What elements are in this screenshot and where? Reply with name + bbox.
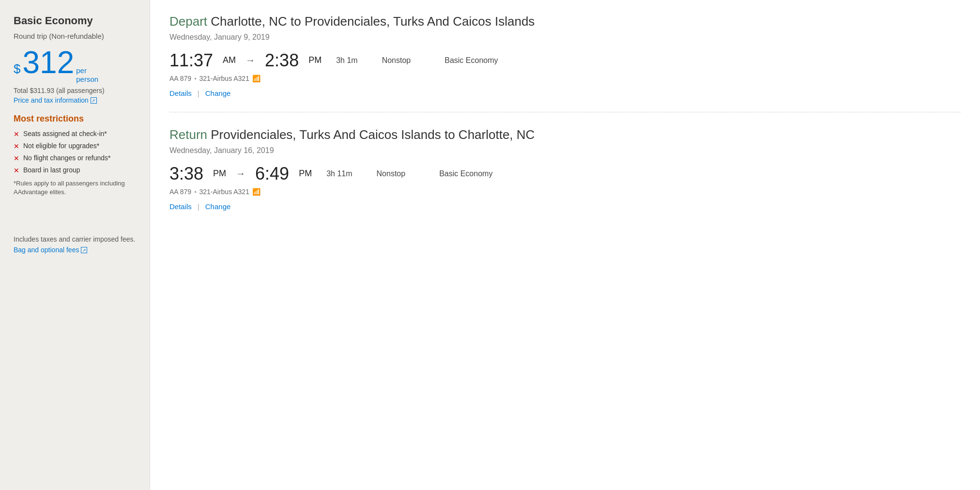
depart-flight-number: AA 879 bbox=[169, 75, 191, 82]
external-link-icon: ↗ bbox=[91, 97, 97, 104]
bag-fees-link[interactable]: Bag and optional fees ↗ bbox=[14, 246, 136, 254]
return-details-link[interactable]: Details bbox=[169, 202, 192, 211]
restriction-list: ✕ Seats assigned at check-in* ✕ Not elig… bbox=[14, 130, 136, 174]
depart-section: Depart Charlotte, NC to Providenciales, … bbox=[169, 14, 961, 97]
list-item: ✕ Board in last group bbox=[14, 166, 136, 174]
return-aircraft: 321-Airbus A321 bbox=[199, 188, 249, 196]
depart-date: Wednesday, January 9, 2019 bbox=[169, 33, 961, 42]
return-arrive-time: 6:49 bbox=[255, 164, 289, 184]
price-per: perperson bbox=[76, 66, 98, 84]
sidebar-subtitle: Round trip (Non-refundable) bbox=[14, 32, 136, 40]
wifi-icon: 📶 bbox=[252, 75, 260, 82]
dot-separator: ▪ bbox=[194, 188, 196, 195]
depart-details-link[interactable]: Details bbox=[169, 89, 192, 97]
restriction-item-4: Board in last group bbox=[23, 166, 80, 174]
price-dollar: $ bbox=[14, 61, 20, 77]
return-route: Return Providenciales, Turks And Caicos … bbox=[169, 127, 961, 143]
return-arrive-period: PM bbox=[299, 168, 312, 179]
depart-times-row: 11:37 AM → 2:38 PM 3h 1m Nonstop Basic E… bbox=[169, 50, 961, 71]
return-change-link[interactable]: Change bbox=[205, 202, 231, 211]
return-nonstop: Nonstop bbox=[377, 169, 406, 178]
arrow-icon: → bbox=[245, 55, 255, 66]
depart-label: Depart bbox=[169, 14, 207, 29]
depart-details-row: AA 879 ▪ 321-Airbus A321 📶 bbox=[169, 75, 961, 82]
main-content: Depart Charlotte, NC to Providenciales, … bbox=[150, 0, 980, 490]
restriction-x-icon: ✕ bbox=[14, 167, 19, 174]
return-times-row: 3:38 PM → 6:49 PM 3h 11m Nonstop Basic E… bbox=[169, 164, 961, 184]
external-link-icon: ↗ bbox=[81, 247, 87, 253]
wifi-icon: 📶 bbox=[252, 188, 260, 196]
restriction-note: *Rules apply to all passengers including… bbox=[14, 179, 136, 197]
return-duration: 3h 11m bbox=[326, 169, 352, 178]
return-depart-time: 3:38 bbox=[169, 164, 203, 184]
list-item: ✕ No flight changes or refunds* bbox=[14, 154, 136, 162]
restriction-x-icon: ✕ bbox=[14, 142, 19, 150]
return-date: Wednesday, January 16, 2019 bbox=[169, 146, 961, 155]
list-item: ✕ Not eligible for upgrades* bbox=[14, 142, 136, 150]
return-links-row: Details | Change bbox=[169, 202, 961, 211]
list-item: ✕ Seats assigned at check-in* bbox=[14, 130, 136, 138]
link-divider: | bbox=[198, 202, 199, 211]
depart-route: Depart Charlotte, NC to Providenciales, … bbox=[169, 14, 961, 30]
restrictions-title: Most restrictions bbox=[14, 114, 136, 124]
return-arrow-icon: → bbox=[236, 168, 245, 179]
total-text: Total $311.93 (all passengers) bbox=[14, 87, 136, 94]
return-label: Return bbox=[169, 127, 207, 142]
return-section: Return Providenciales, Turks And Caicos … bbox=[169, 127, 961, 211]
arrive-time: 2:38 bbox=[265, 50, 299, 71]
restriction-item-2: Not eligible for upgrades* bbox=[23, 142, 99, 150]
price-row: $ 312 perperson bbox=[14, 47, 136, 84]
return-cabin: Basic Economy bbox=[439, 169, 492, 178]
depart-cabin: Basic Economy bbox=[444, 56, 498, 65]
return-flight-number: AA 879 bbox=[169, 188, 191, 196]
depart-change-link[interactable]: Change bbox=[205, 89, 231, 97]
depart-time: 11:37 bbox=[169, 50, 213, 71]
depart-route-text: Charlotte, NC to Providenciales, Turks A… bbox=[211, 14, 535, 29]
sidebar: Basic Economy Round trip (Non-refundable… bbox=[0, 0, 150, 490]
price-tax-link[interactable]: Price and tax information ↗ bbox=[14, 96, 136, 104]
return-route-text: Providenciales, Turks And Caicos Islands… bbox=[211, 127, 535, 142]
section-divider bbox=[169, 112, 961, 112]
depart-header: Depart Charlotte, NC to Providenciales, … bbox=[169, 14, 961, 42]
price-amount: 312 bbox=[22, 47, 74, 78]
depart-aircraft: 321-Airbus A321 bbox=[199, 75, 249, 82]
return-header: Return Providenciales, Turks And Caicos … bbox=[169, 127, 961, 155]
restriction-item-3: No flight changes or refunds* bbox=[23, 154, 111, 162]
depart-period: AM bbox=[223, 55, 236, 65]
depart-links-row: Details | Change bbox=[169, 89, 961, 97]
depart-duration: 3h 1m bbox=[336, 56, 357, 65]
dot-separator: ▪ bbox=[194, 75, 196, 82]
includes-text: Includes taxes and carrier imposed fees. bbox=[14, 235, 136, 243]
return-depart-period: PM bbox=[213, 168, 226, 179]
restriction-item-1: Seats assigned at check-in* bbox=[23, 130, 107, 138]
restriction-x-icon: ✕ bbox=[14, 154, 19, 162]
link-divider: | bbox=[198, 89, 199, 97]
sidebar-title: Basic Economy bbox=[14, 15, 136, 27]
depart-nonstop: Nonstop bbox=[382, 56, 411, 65]
restriction-x-icon: ✕ bbox=[14, 130, 19, 138]
arrive-period: PM bbox=[308, 55, 322, 65]
return-details-row: AA 879 ▪ 321-Airbus A321 📶 bbox=[169, 188, 961, 196]
